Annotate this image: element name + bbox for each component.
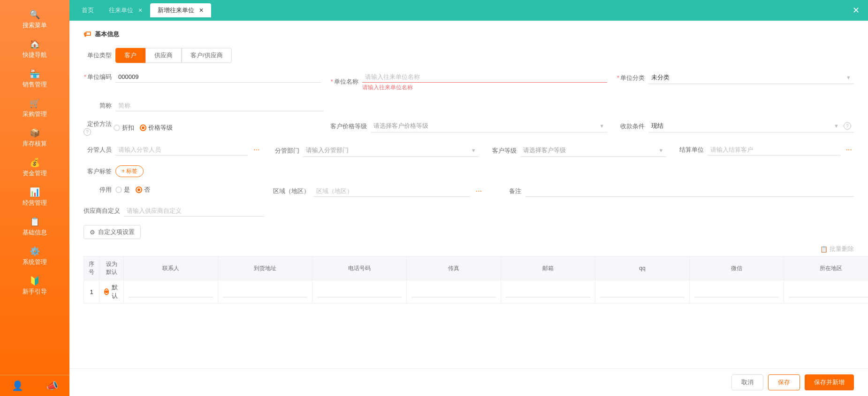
custom-setting-area: ⚙ 自定义项设置 xyxy=(84,225,854,239)
custom-setting-button[interactable]: ⚙ 自定义项设置 xyxy=(84,225,141,239)
close-all-tabs[interactable]: ✕ xyxy=(849,5,863,16)
manager-label: 分管人员 xyxy=(84,146,112,154)
payment-terms-select[interactable]: 现结 ▼ ? xyxy=(648,120,854,132)
radio-price-level-dot xyxy=(140,124,146,131)
col-fax: 传真 xyxy=(407,256,501,280)
tab-new-trade-unit[interactable]: 新增往来单位 ✕ xyxy=(150,3,211,17)
settlement-unit-group: 结算单位 ··· xyxy=(676,144,854,155)
manager-more-icon[interactable]: ··· xyxy=(251,146,261,154)
disable-row: 停用 是 否 区域（地区） ··· xyxy=(84,186,854,197)
disable-radio-group: 是 否 xyxy=(115,186,150,194)
radio-price-level[interactable]: 价格等级 xyxy=(140,124,173,132)
manager-input[interactable] xyxy=(115,144,248,155)
announce-icon[interactable]: 📣 xyxy=(46,380,58,391)
remark-input[interactable] xyxy=(525,186,854,197)
sidebar-item-system[interactable]: ⚙️ 系统管理 xyxy=(0,241,69,271)
basic-icon: 📋 xyxy=(30,217,40,227)
newbie-icon: 🔰 xyxy=(30,276,40,286)
tab-home[interactable]: 首页 xyxy=(74,3,101,17)
sidebar-item-operations[interactable]: 📊 经营管理 xyxy=(0,182,69,212)
row-fax[interactable] xyxy=(407,280,501,303)
supplier-custom-input[interactable] xyxy=(124,205,265,217)
region-group: 区域（地区） ··· xyxy=(273,186,484,197)
main-area: 首页 往来单位 ✕ 新增往来单位 ✕ ✕ 🏷 基本信息 单位类型 客户 供应商 … xyxy=(69,0,868,396)
save-button[interactable]: 保存 xyxy=(768,374,800,390)
pricing-row: 定价方法 ? 折扣 价格等级 客户价格等级 xyxy=(84,120,854,136)
radio-yes[interactable]: 是 xyxy=(115,186,130,194)
system-icon: ⚙️ xyxy=(30,246,40,256)
close-tab-trade-units[interactable]: ✕ xyxy=(138,7,143,14)
unit-name-input[interactable] xyxy=(362,71,607,83)
row-contact[interactable] xyxy=(124,280,218,303)
price-level-arrow-icon: ▼ xyxy=(599,123,604,129)
department-arrow-icon: ▼ xyxy=(471,148,476,153)
row-wechat[interactable] xyxy=(690,280,784,303)
btn-supplier[interactable]: 供应商 xyxy=(145,48,182,63)
tab-trade-units[interactable]: 往来单位 ✕ xyxy=(101,3,150,17)
disable-label: 停用 xyxy=(84,186,112,194)
row-index: 1 xyxy=(84,280,99,303)
unit-main-row: *单位编码 *单位名称 请输入往来单位名称 *单位分类 xyxy=(84,71,854,92)
row-region[interactable] xyxy=(784,280,868,303)
sidebar-item-newbie[interactable]: 🔰 新手引导 xyxy=(0,271,69,301)
sidebar-item-inventory[interactable]: 📦 库存核算 xyxy=(0,123,69,153)
customer-level-arrow-icon: ▼ xyxy=(658,148,663,153)
table-header-row: 序号 设为默认 联系人 到货地址 电话号码 传真 邮箱 qq 微信 所在地区 操… xyxy=(84,256,868,280)
short-name-label: 简称 xyxy=(84,101,112,110)
section-title: 基本信息 xyxy=(95,30,119,39)
radio-no-dot xyxy=(136,186,142,193)
add-tag-button[interactable]: + 标签 xyxy=(115,165,144,177)
unit-category-value: 未分类 xyxy=(651,73,670,82)
col-address: 到货地址 xyxy=(218,256,312,280)
department-select[interactable]: 请输入分管部门 ▼ xyxy=(303,144,479,157)
sidebar-item-basic[interactable]: 📋 基础信息 xyxy=(0,212,69,241)
unit-name-field: 请输入往来单位名称 xyxy=(362,71,607,92)
user-icon[interactable]: 👤 xyxy=(12,380,23,391)
btn-both[interactable]: 客户/供应商 xyxy=(182,48,232,63)
tag-group: 客户标签 + 标签 xyxy=(84,165,854,177)
customer-level-select[interactable]: 请选择客户等级 ▼ xyxy=(520,144,667,157)
unit-type-label: 单位类型 xyxy=(84,51,112,60)
short-name-input[interactable] xyxy=(115,100,324,111)
settlement-unit-input[interactable] xyxy=(708,144,840,155)
sidebar-item-purchase[interactable]: 🛒 采购管理 xyxy=(0,93,69,123)
payment-terms-group: 收款条件 现结 ▼ ? xyxy=(617,120,854,132)
region-input[interactable] xyxy=(313,186,470,197)
sidebar-item-search[interactable]: 🔍 搜索菜单 xyxy=(0,5,69,34)
unit-category-select[interactable]: 未分类 ▼ xyxy=(648,71,854,84)
customer-price-level-label: 客户价格等级 xyxy=(330,122,367,131)
row-address[interactable] xyxy=(218,280,312,303)
col-wechat: 微信 xyxy=(690,256,784,280)
payment-terms-label: 收款条件 xyxy=(617,122,645,131)
purchase-icon: 🛒 xyxy=(30,98,40,109)
row-qq[interactable] xyxy=(595,280,690,303)
region-more-icon[interactable]: ··· xyxy=(474,187,484,195)
payment-help-icon[interactable]: ? xyxy=(844,122,851,130)
sidebar-item-sales[interactable]: 🏪 销售管理 xyxy=(0,64,69,93)
department-label: 分管部门 xyxy=(271,147,299,155)
unit-code-input[interactable] xyxy=(115,71,321,83)
col-phone: 电话号码 xyxy=(312,256,407,280)
save-new-button[interactable]: 保存并新增 xyxy=(805,374,854,390)
sidebar-item-finance[interactable]: 💰 资金管理 xyxy=(0,153,69,182)
form-footer: 取消 保存 保存并新增 xyxy=(69,368,868,396)
sidebar-item-quicknav[interactable]: 🏠 快捷导航 xyxy=(0,34,69,64)
close-tab-new-trade-unit[interactable]: ✕ xyxy=(199,7,204,14)
radio-discount[interactable]: 折扣 xyxy=(114,124,134,132)
cancel-button[interactable]: 取消 xyxy=(731,374,763,390)
category-arrow-icon: ▼ xyxy=(846,75,851,80)
sidebar: 🔍 搜索菜单 🏠 快捷导航 🏪 销售管理 🛒 采购管理 📦 库存核算 💰 资金管… xyxy=(0,0,69,396)
radio-no[interactable]: 否 xyxy=(136,186,150,194)
row-phone[interactable] xyxy=(312,280,407,303)
btn-customer[interactable]: 客户 xyxy=(115,48,145,63)
settlement-unit-more-icon[interactable]: ··· xyxy=(844,146,854,154)
row-default-radio[interactable]: 默认 xyxy=(104,283,119,300)
unit-category-group: *单位分类 未分类 ▼ xyxy=(617,71,854,84)
pricing-help-icon[interactable]: ? xyxy=(84,128,91,136)
customer-price-level-select[interactable]: 请选择客户价格等级 ▼ xyxy=(371,120,607,132)
table-row: 1 默认 xyxy=(84,280,868,303)
batch-delete-label[interactable]: 批量删除 xyxy=(830,245,854,253)
row-email[interactable] xyxy=(501,280,595,303)
settlement-unit-label: 结算单位 xyxy=(676,146,704,154)
radio-yes-dot xyxy=(115,186,122,193)
